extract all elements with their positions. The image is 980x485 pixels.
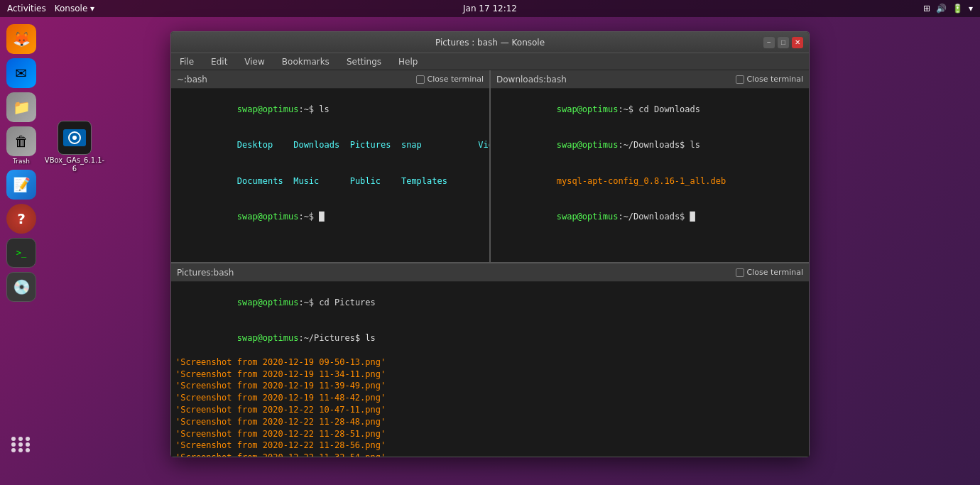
sidebar-item-writer[interactable]: 📝 [1, 170, 41, 200]
window-controls: − □ ✕ [763, 37, 803, 48]
close-downloads-button[interactable]: Close terminal [736, 75, 803, 84]
top-row: ~:bash Close terminal swap@optimus:~$ ls… [171, 70, 809, 263]
maximize-button[interactable]: □ [778, 37, 789, 48]
appgrid-icon [9, 432, 33, 457]
app-indicator: Konsole ▾ [55, 4, 94, 13]
battery-icon: 🔋 [952, 4, 963, 13]
menu-file[interactable]: File [177, 55, 197, 68]
trash-label: Trash [13, 158, 30, 165]
close-button[interactable]: ✕ [792, 37, 803, 48]
disk-icon: 💿 [6, 272, 36, 302]
sidebar-item-appgrid[interactable] [1, 432, 41, 457]
pane-downloads-body[interactable]: swap@optimus:~$ cd Downloads swap@optimu… [491, 89, 809, 262]
sidebar-item-files[interactable]: 📁 [1, 92, 41, 122]
thunderbird-icon: ✉ [6, 58, 36, 88]
menu-help[interactable]: Help [396, 55, 420, 68]
vbox-label: VBox_GAs_6.1.1-6 [45, 156, 104, 173]
close-downloads-icon [736, 75, 744, 84]
desktop-icon-vbox[interactable]: VBox_GAs_6.1.1-6 [50, 121, 99, 173]
close-pictures-icon [736, 268, 744, 277]
bottom-row: Pictures:bash Close terminal swap@optimu… [171, 263, 809, 457]
close-terminal-icon [416, 75, 425, 84]
pane-downloads-header: Downloads:bash Close terminal [491, 70, 809, 89]
menu-edit[interactable]: Edit [208, 55, 230, 68]
sidebar-item-thunderbird[interactable]: ✉ [1, 58, 41, 88]
pane-pictures-body[interactable]: swap@optimus:~$ cd Pictures swap@optimus… [171, 282, 809, 457]
topbar: Activities Konsole ▾ Jan 17 12:12 ⊞ 🔊 🔋 … [0, 0, 980, 17]
pane-bash-home-body[interactable]: swap@optimus:~$ ls Desktop Downloads Pic… [171, 89, 489, 262]
minimize-button[interactable]: − [763, 37, 775, 48]
pane-bash-home[interactable]: ~:bash Close terminal swap@optimus:~$ ls… [171, 70, 491, 262]
sound-icon: 🔊 [936, 4, 947, 13]
writer-icon: 📝 [6, 170, 36, 200]
pane-pictures[interactable]: Pictures:bash Close terminal swap@optimu… [171, 263, 809, 457]
sidebar-item-terminal[interactable]: >_ [1, 238, 41, 268]
konsole-menubar: File Edit View Bookmarks Settings Help [171, 53, 809, 70]
sidebar-item-help[interactable]: ? [1, 204, 41, 234]
vbox-icon [58, 121, 92, 155]
system-menu-icon[interactable]: ▾ [969, 4, 973, 13]
pane-downloads[interactable]: Downloads:bash Close terminal swap@optim… [491, 70, 809, 262]
help-icon: ? [6, 204, 36, 234]
sidebar-item-firefox[interactable]: 🦊 [1, 24, 41, 54]
trash-icon: 🗑 [6, 126, 36, 156]
pane-pictures-header: Pictures:bash Close terminal [171, 263, 809, 282]
konsole-title: Pictures : bash — Konsole [435, 38, 545, 48]
konsole-window: Pictures : bash — Konsole − □ ✕ File Edi… [170, 31, 810, 457]
datetime-label: Jan 17 12:12 [463, 4, 517, 13]
files-icon: 📁 [6, 92, 36, 122]
svg-point-2 [72, 136, 77, 140]
close-bash-home-button[interactable]: Close terminal [416, 75, 484, 84]
konsole-titlebar: Pictures : bash — Konsole − □ ✕ [171, 32, 809, 53]
pane-downloads-title: Downloads:bash [496, 75, 567, 85]
menu-bookmarks[interactable]: Bookmarks [279, 55, 332, 68]
pane-bash-home-title: ~:bash [177, 75, 207, 85]
network-icon: ⊞ [923, 4, 930, 13]
menu-view[interactable]: View [241, 55, 267, 68]
menu-settings[interactable]: Settings [344, 55, 384, 68]
close-pictures-button[interactable]: Close terminal [736, 268, 803, 277]
pane-bash-home-header: ~:bash Close terminal [171, 70, 489, 89]
activities-label[interactable]: Activities [7, 4, 46, 13]
terminal-icon: >_ [6, 238, 36, 268]
sidebar: 🦊 ✉ 📁 🗑 Trash 📝 ? >_ 💿 [0, 17, 43, 485]
sidebar-item-disk[interactable]: 💿 [1, 272, 41, 302]
sidebar-item-trash[interactable]: 🗑 Trash [1, 126, 41, 165]
pane-pictures-title: Pictures:bash [177, 268, 234, 278]
firefox-icon: 🦊 [6, 24, 36, 54]
konsole-content: ~:bash Close terminal swap@optimus:~$ ls… [171, 70, 809, 457]
